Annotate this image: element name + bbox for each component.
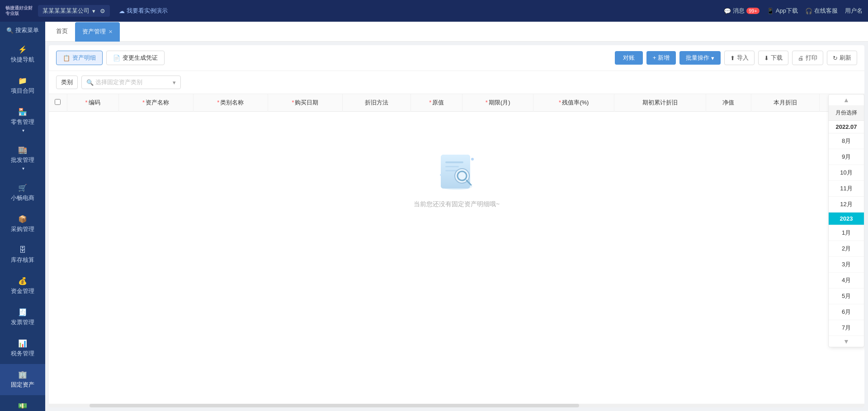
category-input[interactable]: 🔍 选择固定资产类别 ▾	[81, 76, 181, 89]
app-logo: 畅捷通好业财 专业版	[5, 5, 33, 16]
month-12[interactable]: 12月	[829, 197, 864, 213]
col-monthly-depreciation: 本月折旧	[751, 94, 819, 112]
add-btn[interactable]: + 新增	[646, 51, 676, 65]
year-2023: 2023	[829, 213, 864, 225]
sidebar-item-project[interactable]: 📁 项目合同	[0, 70, 45, 101]
tab-change-voucher[interactable]: 📄 变更生成凭证	[106, 51, 165, 65]
sidebar-item-finance[interactable]: 💰 资金管理	[0, 270, 45, 302]
purchase-icon: 📦	[18, 215, 27, 223]
month-3[interactable]: 3月	[829, 257, 864, 273]
assets-icon: 🏢	[18, 370, 27, 379]
empty-text: 当前您还没有固定资产明细哦~	[414, 200, 500, 208]
messages-btn[interactable]: 💬 消息 99+	[724, 7, 760, 15]
chevron-down-icon: ▾	[22, 128, 24, 133]
print-icon: 🖨	[798, 55, 804, 61]
page-content: 📋 资产明细 📄 变更生成凭证 对账 + 新增 批量操作	[49, 45, 864, 407]
month-9[interactable]: 9月	[829, 149, 864, 165]
month-up-btn[interactable]: ▲	[829, 94, 864, 105]
reconcile-btn[interactable]: 对账	[615, 51, 643, 65]
search-icon: 🔍	[6, 27, 14, 34]
select-all-checkbox[interactable]	[55, 99, 61, 105]
mobile-icon: 📱	[767, 8, 774, 14]
col-original-value: *原值	[411, 94, 462, 112]
refresh-btn[interactable]: ↻ 刷新	[827, 51, 857, 65]
salary-icon: 💵	[18, 402, 27, 410]
sidebar-item-inventory[interactable]: 🗄 库存核算	[0, 240, 45, 270]
chevron-down-icon: ▾	[22, 166, 24, 171]
tab-asset-management[interactable]: 资产管理 ✕	[75, 22, 120, 42]
empty-illustration	[429, 148, 484, 193]
month-4[interactable]: 4月	[829, 273, 864, 288]
sidebar-item-ecommerce[interactable]: 🛒 小畅电商	[0, 177, 45, 208]
user-menu[interactable]: 用户名	[845, 7, 863, 15]
table-container: *编码 *资产名称 *类别名称 *购买日期 折旧方法 *原值 *期限(月) *残…	[49, 94, 864, 404]
month-5[interactable]: 5月	[829, 288, 864, 304]
retail-icon: 🏪	[18, 108, 27, 116]
svg-rect-4	[445, 166, 459, 167]
chevron-down-icon: ▾	[173, 79, 176, 86]
sidebar-item-fixed-assets[interactable]: 🏢 固定资产	[0, 364, 45, 395]
svg-point-9	[471, 158, 474, 161]
app-download-btn[interactable]: 📱 App下载	[767, 7, 798, 15]
tab-asset-detail[interactable]: 📋 资产明细	[56, 51, 103, 65]
main-layout: 🔍 搜索菜单 ⚡ 快捷导航 📁 项目合同 🏪 零售管理 ▾ 🏬 批发管理 ▾ 🛒…	[0, 22, 868, 411]
col-residual-rate: *残值率(%)	[533, 94, 614, 112]
page-toolbar: 📋 资产明细 📄 变更生成凭证 对账 + 新增 批量操作	[49, 45, 864, 71]
project-icon: 📁	[18, 76, 27, 85]
col-net-value: 净值	[706, 94, 751, 112]
download-btn[interactable]: ⬇ 下载	[758, 51, 788, 65]
month-6[interactable]: 6月	[829, 304, 864, 320]
month-1[interactable]: 1月	[829, 225, 864, 241]
month-11[interactable]: 11月	[829, 181, 864, 197]
import-btn[interactable]: ⬆ 导入	[724, 51, 755, 65]
demo-link[interactable]: ☁ 我要看实例演示	[119, 7, 168, 15]
close-tab-icon[interactable]: ✕	[108, 29, 113, 35]
nav-icon: ⚡	[18, 45, 27, 54]
sidebar-item-retail[interactable]: 🏪 零售管理 ▾	[0, 101, 45, 139]
svg-point-10	[440, 174, 442, 176]
sidebar-item-search[interactable]: 🔍 搜索菜单	[0, 22, 45, 39]
tab-home[interactable]: 首页	[49, 22, 75, 41]
tax-icon: 📊	[18, 339, 27, 348]
sidebar-item-batch[interactable]: 🏬 批发管理 ▾	[0, 139, 45, 177]
toolbar-right: 对账 + 新增 批量操作 ▾ ⬆ 导入 ⬇ 下载	[615, 51, 857, 65]
message-icon: 💬	[724, 8, 731, 14]
cloud-icon: ☁	[119, 8, 125, 14]
month-8[interactable]: 8月	[829, 133, 864, 149]
top-bar: 畅捷通好业财 专业版 某某某某某某公司 ▾ ⚙ ☁ 我要看实例演示 💬 消息 9…	[0, 0, 868, 22]
finance-icon: 💰	[18, 277, 27, 285]
month-10[interactable]: 10月	[829, 165, 864, 181]
sidebar-item-invoice[interactable]: 🧾 发票管理	[0, 302, 45, 333]
month-2[interactable]: 2月	[829, 241, 864, 257]
col-category: *类别名称	[193, 94, 268, 112]
sidebar-item-tax[interactable]: 📊 税务管理	[0, 333, 45, 364]
settings-icon[interactable]: ⚙	[100, 8, 105, 14]
scrollbar-thumb[interactable]	[90, 404, 579, 407]
asset-table: *编码 *资产名称 *类别名称 *购买日期 折旧方法 *原值 *期限(月) *残…	[49, 94, 864, 112]
sidebar: 🔍 搜索菜单 ⚡ 快捷导航 📁 项目合同 🏪 零售管理 ▾ 🏬 批发管理 ▾ 🛒…	[0, 22, 45, 411]
category-filter[interactable]: 类别	[56, 76, 78, 89]
month-down-btn[interactable]: ▼	[829, 336, 864, 347]
content-area: 首页 资产管理 ✕ 📋 资产明细 📄 变更生成凭证	[45, 22, 868, 411]
company-selector[interactable]: 某某某某某某公司 ▾ ⚙	[38, 5, 110, 17]
sidebar-item-salary[interactable]: 💵 工资	[0, 395, 45, 411]
customer-service-btn[interactable]: 🎧 在线客服	[805, 7, 838, 15]
ecommerce-icon: 🛒	[18, 184, 27, 192]
inventory-icon: 🗄	[19, 246, 26, 254]
chevron-down-icon: ▾	[711, 55, 714, 61]
month-panel: ▲ 月份选择 2022.07 8月 9月 10月 11月 12月 2023 1月…	[828, 94, 864, 347]
invoice-icon: 🧾	[18, 308, 27, 317]
sidebar-item-purchase[interactable]: 📦 采购管理	[0, 208, 45, 240]
empty-state: 当前您还没有固定资产明细哦~	[49, 112, 864, 245]
horizontal-scrollbar[interactable]	[49, 404, 864, 407]
sidebar-item-quick-nav[interactable]: ⚡ 快捷导航	[0, 39, 45, 70]
print-btn[interactable]: 🖨 打印	[792, 51, 823, 65]
company-name: 某某某某某某公司	[42, 7, 90, 15]
year-2022: 2022.07	[829, 121, 864, 133]
col-accumulated-depreciation: 期初累计折旧	[614, 94, 706, 112]
month-7[interactable]: 7月	[829, 320, 864, 336]
batch-btn[interactable]: 批量操作 ▾	[679, 51, 721, 65]
doc-icon: 📄	[113, 55, 120, 61]
list-icon: 📋	[63, 55, 70, 61]
col-period: *期限(月)	[462, 94, 533, 112]
